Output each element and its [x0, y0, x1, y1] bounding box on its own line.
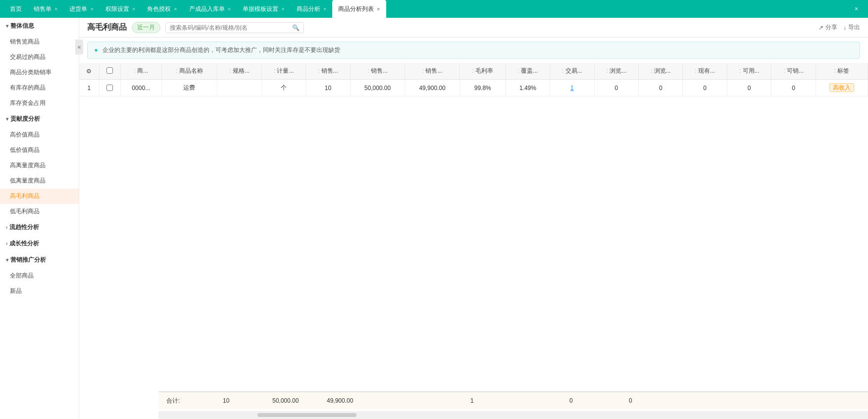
bottom-scrollbar[interactable] [158, 411, 868, 419]
footer-total: 合计: 10 50,000.00 49,900.00 1 0 0 [158, 391, 868, 409]
sidebar-group-growth-arrow: › [6, 241, 7, 246]
nav-permission[interactable]: 权限设置 × [100, 0, 141, 18]
info-banner: ✦ 企业的主要的利润都是这部分商品创造的，可考虑加大推广，同时关注库存是不要出现… [87, 42, 860, 59]
cell-seq: 1 [79, 80, 99, 96]
sidebar-group-marketing-arrow: ▾ [6, 257, 8, 263]
cell-sales3: 49,900.00 [405, 80, 460, 96]
cell-sales2: 50,000.00 [350, 80, 405, 96]
cell-coverage: 1.49% [506, 80, 550, 96]
col-gross-rate: : 毛利率 [460, 63, 506, 80]
sidebar-item-high-margin[interactable]: 高毛利商品 [0, 188, 79, 204]
footer-available: 0 [611, 397, 650, 404]
row-checkbox[interactable] [106, 85, 113, 91]
col-code: : 商... [120, 63, 161, 80]
col-available: : 可用... [727, 63, 771, 80]
col-browse2: : 浏览... [639, 63, 683, 80]
close-window-icon: × [855, 5, 858, 12]
nav-sales[interactable]: 销售单 × [28, 0, 63, 18]
footer-sales3: 49,900.00 [304, 397, 353, 404]
share-icon: ↗ [818, 24, 823, 31]
cell-browse1: 0 [594, 80, 638, 96]
cell-current: 0 [683, 80, 727, 96]
col-sales1: : 销售... [306, 63, 350, 80]
col-trade: : 交易... [550, 63, 594, 80]
search-icon[interactable]: 🔍 [292, 24, 300, 31]
sidebar-item-high-freq[interactable]: 高离量度商品 [0, 158, 79, 173]
nav-product-analysis-list-close[interactable]: × [377, 6, 380, 12]
product-table: ⚙ : 商... : 商品名称 : 规格... : 计量... : 销售... … [79, 63, 868, 96]
sidebar-group-contribution-arrow: ▾ [6, 116, 8, 122]
nav-product-inbound-close[interactable]: × [228, 6, 231, 12]
sidebar-group-overall[interactable]: ▾ 整体信息 [0, 18, 79, 34]
cell-code: 0000... [120, 80, 161, 96]
cell-checkbox[interactable] [99, 80, 120, 96]
col-checkbox[interactable] [99, 63, 120, 80]
sidebar-group-growth[interactable]: › 成长性分析 [0, 235, 79, 252]
nav-template[interactable]: 单据模板设置 × [237, 0, 290, 18]
nav-role[interactable]: 角色授权 × [141, 0, 183, 18]
sidebar-item-traded[interactable]: 交易过的商品 [0, 49, 79, 65]
sidebar-item-new-products[interactable]: 新品 [0, 283, 79, 299]
search-input[interactable] [170, 24, 292, 31]
table-wrapper[interactable]: ⚙ : 商... : 商品名称 : 规格... : 计量... : 销售... … [79, 63, 868, 419]
sidebar-group-marketing[interactable]: ▾ 营销推广分析 [0, 252, 79, 268]
header-actions: ↗ 分享 ↓ 导出 [818, 23, 860, 32]
footer-sales1: 10 [190, 397, 229, 404]
table-header-row: ⚙ : 商... : 商品名称 : 规格... : 计量... : 销售... … [79, 63, 868, 80]
close-window-btn[interactable]: × [849, 0, 864, 18]
sidebar-item-stock-capital[interactable]: 库存资金占用 [0, 95, 79, 111]
nav-permission-close[interactable]: × [132, 6, 135, 12]
table-row: 1 0000... 运费 个 10 50,000.00 49,900.00 99… [79, 80, 868, 96]
nav-template-close[interactable]: × [281, 6, 284, 12]
nav-purchase[interactable]: 进货单 × [63, 0, 99, 18]
col-tag: : 标签 [816, 63, 868, 80]
sidebar-item-low-value[interactable]: 低价值商品 [0, 142, 79, 158]
nav-home[interactable]: 首页 [4, 0, 28, 18]
sidebar-group-overall-arrow: ▾ [6, 23, 8, 29]
col-sellable: : 可销... [771, 63, 816, 80]
sidebar-group-contribution[interactable]: ▾ 贡献度分析 [0, 111, 79, 127]
search-box[interactable]: 🔍 [165, 22, 304, 33]
cell-name: 运费 [161, 80, 217, 96]
sidebar-item-high-value[interactable]: 高价值商品 [0, 127, 79, 142]
col-coverage: : 覆盖... [506, 63, 550, 80]
sidebar-item-category-rate[interactable]: 商品分类助销率 [0, 65, 79, 80]
info-icon: ✦ [94, 47, 99, 54]
nav-sales-close[interactable]: × [54, 6, 57, 12]
footer-sales2: 50,000.00 [249, 397, 299, 404]
footer-trade: 1 [452, 397, 492, 404]
nav-role-close[interactable]: × [174, 6, 177, 12]
sidebar-toggle-icon: « [78, 44, 81, 50]
sidebar-item-all-products[interactable]: 全部商品 [0, 268, 79, 283]
col-seq[interactable]: ⚙ [79, 63, 99, 80]
sidebar-toggle-btn[interactable]: « [75, 40, 83, 54]
main-layout: ▾ 整体信息 销售览商品 交易过的商品 商品分类助销率 有库存的商品 库存资金占… [0, 18, 868, 419]
col-current: : 现有... [683, 63, 727, 80]
cell-tag: 高收入 [816, 80, 868, 96]
cell-trade[interactable]: 1 [550, 80, 594, 96]
top-navigation: 首页 销售单 × 进货单 × 权限设置 × 角色授权 × 产成品入库单 × 单据… [0, 0, 868, 18]
col-browse1: : 浏览... [594, 63, 638, 80]
scroll-thumb[interactable] [257, 413, 357, 417]
sidebar-group-trend[interactable]: › 流趋性分析 [0, 219, 79, 235]
share-btn[interactable]: ↗ 分享 [818, 23, 837, 32]
sidebar-item-in-stock[interactable]: 有库存的商品 [0, 80, 79, 95]
col-unit: : 计量... [261, 63, 306, 80]
nav-purchase-close[interactable]: × [90, 6, 93, 12]
sidebar-item-low-freq[interactable]: 低离量度商品 [0, 173, 79, 188]
col-sales3: : 销售... [405, 63, 460, 80]
export-icon: ↓ [843, 24, 846, 31]
nav-product-analysis[interactable]: 商品分析 × [291, 0, 332, 18]
select-all-checkbox[interactable] [106, 67, 113, 74]
cell-sales1: 10 [306, 80, 350, 96]
nav-product-analysis-close[interactable]: × [323, 6, 326, 12]
sidebar-item-low-margin[interactable]: 低毛利商品 [0, 204, 79, 219]
recent-month-btn[interactable]: 近一月 [132, 22, 160, 33]
export-btn[interactable]: ↓ 导出 [843, 23, 860, 32]
col-spec: : 规格... [217, 63, 261, 80]
cell-sellable: 0 [771, 80, 816, 96]
col-sales2: : 销售... [350, 63, 405, 80]
nav-product-inbound[interactable]: 产成品入库单 × [183, 0, 237, 18]
sidebar-item-sales-overview[interactable]: 销售览商品 [0, 34, 79, 49]
nav-product-analysis-list[interactable]: 商品分析列表 × [332, 0, 386, 18]
